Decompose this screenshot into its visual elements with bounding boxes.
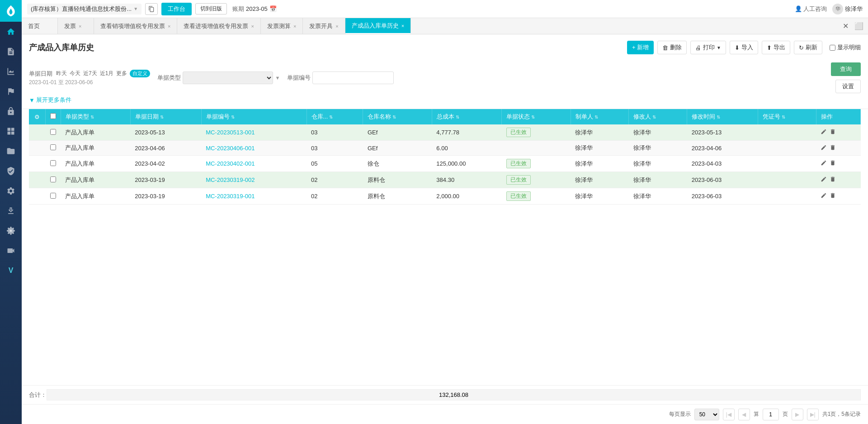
row-check[interactable]	[45, 156, 61, 172]
row-checkbox-4[interactable]	[50, 193, 56, 199]
sidebar-item-folder[interactable]	[0, 141, 22, 161]
page-number-input[interactable]	[763, 409, 779, 420]
print-button[interactable]: 🖨 打印 ▼	[690, 41, 726, 54]
sidebar-item-download[interactable]	[0, 201, 22, 221]
col-status[interactable]: 单据状态⇅	[502, 109, 571, 124]
row-edit-icon[interactable]	[821, 176, 827, 184]
tab-invoice-calc-close[interactable]: ×	[293, 24, 296, 29]
tab-invoice-open[interactable]: 发票开具 ×	[303, 18, 345, 34]
tab-product-history-close[interactable]: ×	[401, 23, 404, 29]
filter-number-input[interactable]	[312, 71, 394, 84]
tab-invoice-open-close[interactable]: ×	[335, 24, 338, 29]
col-modifier[interactable]: 修改人⇅	[629, 109, 687, 124]
row-delete-icon[interactable]	[830, 160, 836, 167]
filter-yesterday[interactable]: 昨天	[56, 70, 67, 77]
row-checkbox-1[interactable]	[50, 144, 56, 150]
copy-button[interactable]	[145, 3, 158, 15]
col-date[interactable]: 单据日期⇅	[130, 109, 201, 124]
col-warehouse-code[interactable]: 仓库...⇅	[307, 109, 363, 124]
sidebar-item-settings2[interactable]	[0, 181, 22, 201]
first-page-button[interactable]: |◀	[723, 409, 735, 420]
row-number-link[interactable]: MC-20230406-001	[206, 145, 255, 152]
row-check[interactable]	[45, 124, 61, 141]
row-delete-icon[interactable]	[830, 129, 836, 136]
filter-custom-tag[interactable]: 自定义	[130, 70, 150, 77]
row-number-link[interactable]: MC-20230319-002	[206, 176, 255, 183]
row-edit-icon[interactable]	[821, 160, 827, 167]
sidebar-item-chart[interactable]	[0, 62, 22, 81]
help-button[interactable]: 👤 人工咨询	[795, 5, 827, 13]
switch-version-button[interactable]: 切到旧版	[195, 3, 227, 14]
filter-type-dropdown[interactable]	[183, 71, 273, 84]
sidebar-item-video[interactable]	[0, 241, 22, 261]
filter-expand-btn[interactable]: ▼ 展开更多条件	[29, 96, 861, 104]
sidebar-item-stamp[interactable]	[0, 161, 22, 181]
filter-today[interactable]: 今天	[70, 70, 80, 77]
workbench-button[interactable]: 工作台	[161, 3, 192, 15]
display-cols-checkbox[interactable]	[830, 45, 835, 51]
col-type[interactable]: 单据类型⇅	[61, 109, 130, 124]
row-check[interactable]	[45, 141, 61, 156]
last-page-button[interactable]: ▶|	[807, 409, 819, 420]
export-button[interactable]: ⬆ 导出	[762, 41, 790, 54]
filter-more[interactable]: 更多	[116, 70, 127, 77]
row-edit-icon[interactable]	[821, 144, 827, 152]
tab-purchase-vat-close[interactable]: ×	[251, 24, 254, 29]
filter-last7[interactable]: 近7天	[83, 70, 97, 77]
row-checkbox-3[interactable]	[50, 176, 56, 182]
new-button[interactable]: + 新增	[627, 41, 654, 54]
tab-invoice-calc[interactable]: 发票测算 ×	[261, 18, 303, 34]
row-check[interactable]	[45, 172, 61, 188]
calendar-icon[interactable]: 📅	[269, 5, 277, 12]
sidebar-item-gear[interactable]	[0, 221, 22, 241]
row-number-link[interactable]: MC-20230319-001	[206, 193, 255, 200]
company-selector[interactable]: (库存核算）直播轻纯通信息技术股份... ▼	[27, 4, 142, 14]
col-number[interactable]: 单据编号⇅	[201, 109, 307, 124]
row-number[interactable]: MC-20230402-001	[201, 156, 307, 172]
tab-purchase-vat[interactable]: 查看进项增值税专用发票 ×	[177, 18, 260, 34]
prev-page-button[interactable]: ◀	[738, 409, 750, 420]
sidebar-item-grid[interactable]	[0, 121, 22, 141]
filter-settings-button[interactable]: 设置	[835, 80, 861, 93]
query-button[interactable]: 查询	[831, 62, 861, 76]
tab-home[interactable]: 首页	[22, 18, 58, 34]
col-total-cost[interactable]: 总成本⇅	[432, 109, 501, 124]
sidebar-item-home[interactable]	[0, 22, 22, 42]
tab-sales-vat[interactable]: 查看销项增值税专用发票 ×	[94, 18, 177, 34]
row-checkbox-0[interactable]	[50, 129, 56, 135]
window-close-button[interactable]: ✕	[840, 21, 851, 32]
row-delete-icon[interactable]	[830, 176, 836, 184]
user-menu[interactable]: 华 徐泽华	[832, 4, 863, 14]
row-checkbox-2[interactable]	[50, 160, 56, 166]
row-number[interactable]: MC-20230319-001	[201, 188, 307, 205]
refresh-button[interactable]: ↻ 刷新	[794, 41, 822, 54]
row-delete-icon[interactable]	[830, 192, 836, 200]
col-voucher[interactable]: 凭证号⇅	[758, 109, 816, 124]
col-settings[interactable]: ⚙	[29, 109, 45, 124]
sidebar-item-v[interactable]: V	[0, 261, 22, 281]
col-creator[interactable]: 制单人⇅	[571, 109, 629, 124]
row-delete-icon[interactable]	[830, 144, 836, 152]
sidebar-item-flag[interactable]	[0, 81, 22, 101]
sidebar-item-lock[interactable]	[0, 101, 22, 121]
import-button[interactable]: ⬇ 导入	[730, 41, 758, 54]
row-number[interactable]: MC-20230406-001	[201, 141, 307, 156]
row-edit-icon[interactable]	[821, 192, 827, 200]
display-toggle[interactable]: 显示明细	[830, 43, 861, 52]
select-all-checkbox[interactable]	[50, 113, 56, 119]
next-page-button[interactable]: ▶	[792, 409, 803, 420]
tab-product-history[interactable]: 产成品入库单历史 ×	[345, 18, 411, 34]
window-maximize-button[interactable]: ⬜	[854, 21, 864, 32]
filter-last-month[interactable]: 近1月	[100, 70, 114, 77]
row-number-link[interactable]: MC-20230513-001	[206, 129, 255, 136]
row-edit-icon[interactable]	[821, 129, 827, 136]
tab-invoice-close[interactable]: ×	[79, 24, 81, 29]
row-number[interactable]: MC-20230513-001	[201, 124, 307, 141]
sidebar-item-documents[interactable]	[0, 42, 22, 62]
col-modify-time[interactable]: 修改时间⇅	[687, 109, 758, 124]
tab-sales-vat-close[interactable]: ×	[168, 24, 170, 29]
col-warehouse-name[interactable]: 仓库名称⇅	[363, 109, 432, 124]
delete-button[interactable]: 🗑 删除	[657, 41, 687, 54]
row-number[interactable]: MC-20230319-002	[201, 172, 307, 188]
tab-invoice[interactable]: 发票 ×	[58, 18, 94, 34]
